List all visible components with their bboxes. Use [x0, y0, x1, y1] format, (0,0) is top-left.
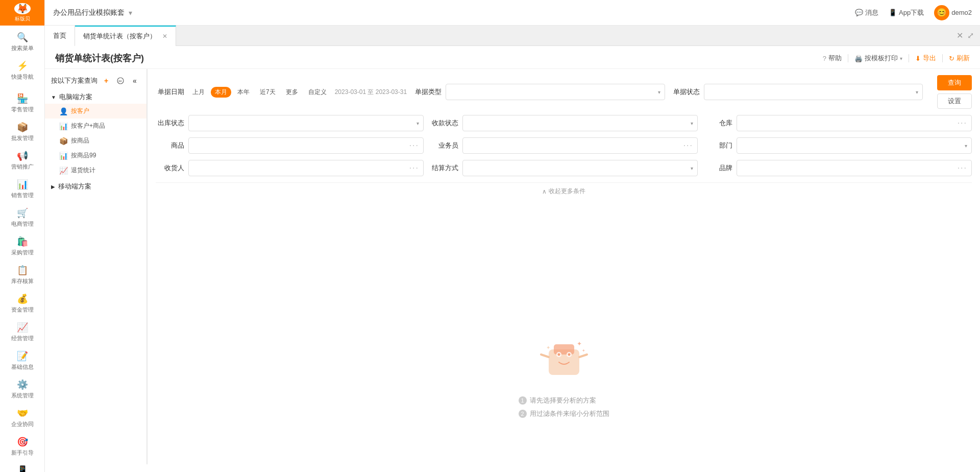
- customer-goods-icon: 📊: [59, 122, 68, 130]
- sidebar-item-label: 营销推广: [11, 163, 34, 171]
- app-download-button[interactable]: 📱 App下载: [889, 8, 924, 17]
- tip-1-text: 请先选择要分析的方案: [530, 396, 596, 405]
- sidebar-item-newbie[interactable]: 🎯 新手引导: [0, 432, 44, 461]
- doc-status-filter-item: 单据状态 ▾: [671, 84, 923, 100]
- help-label: 帮助: [828, 54, 842, 63]
- tab-close-icon[interactable]: ✕: [162, 33, 167, 40]
- scheme-collapse-button[interactable]: «: [129, 75, 140, 86]
- sidebar-item-operations[interactable]: 📈 经营管理: [0, 318, 44, 346]
- scheme-item-label: 退货统计: [71, 166, 95, 175]
- receiver-select[interactable]: ···: [188, 160, 424, 176]
- page-actions: ? 帮助 🖨️ 按模板打印 ▾ ⬇ 导出 ↻ 刷新: [823, 54, 970, 63]
- scheme-add-button[interactable]: +: [101, 75, 112, 86]
- date-btn-this-month[interactable]: 本月: [211, 87, 231, 98]
- date-btn-last-month[interactable]: 上月: [188, 87, 209, 98]
- sidebar-item-wholesale[interactable]: 📦 批发管理: [0, 117, 44, 146]
- receiver-label: 收货人: [156, 163, 184, 173]
- settlement-select[interactable]: ▾: [462, 160, 698, 176]
- maximize-window-icon[interactable]: ⤢: [967, 31, 974, 40]
- scheme-item-label: 按商品: [71, 136, 89, 145]
- scheme-edit-button[interactable]: ✏: [115, 75, 126, 86]
- sidebar-item-basics[interactable]: 📝 基础信息: [0, 346, 44, 375]
- system-icon: ⚙️: [17, 379, 28, 390]
- date-btn-more[interactable]: 更多: [282, 87, 302, 98]
- sidebar-item-label: 基础信息: [11, 363, 34, 371]
- payment-status-select[interactable]: ▾: [462, 115, 698, 131]
- goods-filter-item: 商品 ···: [156, 137, 424, 154]
- user-avatar: 😊: [934, 5, 949, 20]
- goods-select[interactable]: ···: [188, 137, 424, 154]
- sidebar-item-search[interactable]: 🔍 搜索菜单: [0, 28, 44, 56]
- doc-type-chevron-icon: ▾: [658, 89, 660, 95]
- scheme-item-by-customer[interactable]: 👤 按客户: [45, 104, 146, 119]
- sidebar-item-finance[interactable]: 💰 资金管理: [0, 289, 44, 318]
- export-button[interactable]: ⬇ 导出: [915, 54, 936, 63]
- help-button[interactable]: ? 帮助: [823, 54, 842, 63]
- sidebar-item-quick-nav[interactable]: ⚡ 快捷导航: [0, 56, 44, 85]
- doc-status-label: 单据状态: [671, 87, 700, 97]
- doc-type-label: 单据类型: [413, 87, 442, 97]
- scheme-group-desktop: ▼ 电脑端方案 👤 按客户 📊 按客户+商品 📦 按商品: [45, 90, 146, 178]
- sidebar-item-app-center[interactable]: 📱 应用中心: [0, 461, 44, 472]
- help-icon: ?: [823, 55, 826, 62]
- scheme-item-by-customer-goods[interactable]: 📊 按客户+商品: [45, 119, 146, 133]
- svg-text:✏: ✏: [118, 79, 122, 84]
- empty-tips: 1 请先选择要分析的方案 2 用过滤条件来缩小分析范围: [519, 396, 609, 418]
- settings-button[interactable]: 设置: [937, 93, 972, 109]
- scheme-group-header-mobile[interactable]: ▶ 移动端方案: [45, 180, 146, 193]
- logo-text: 标版贝: [15, 15, 30, 22]
- user-area[interactable]: 😊 demo2: [934, 5, 972, 20]
- tab-sales-stat[interactable]: 销货单统计表（按客户） ✕: [75, 26, 176, 46]
- sidebar-item-retail[interactable]: 🏪 零售管理: [0, 89, 44, 117]
- purchase-icon: 🛍️: [17, 236, 28, 247]
- inventory-icon: 📋: [17, 265, 28, 276]
- salesperson-dots-icon: ···: [683, 141, 693, 150]
- basics-icon: 📝: [17, 350, 28, 362]
- collapse-button[interactable]: ∧ 收起更多条件: [542, 187, 585, 196]
- export-label: 导出: [923, 54, 936, 63]
- scheme-header-label: 按以下方案查询: [51, 76, 97, 85]
- sidebar: 🦊 标版贝 🔍 搜索菜单 ⚡ 快捷导航 🏪 零售管理 📦 批发管理 📢 营销推广…: [0, 0, 45, 472]
- date-btn-custom[interactable]: 自定义: [304, 87, 331, 98]
- empty-tip-2: 2 用过滤条件来缩小分析范围: [519, 409, 609, 418]
- doc-status-select[interactable]: ▾: [704, 84, 923, 100]
- payment-status-filter-item: 收款状态 ▾: [430, 115, 698, 131]
- scheme-item-by-goods[interactable]: 📦 按商品: [45, 133, 146, 148]
- template-print-button[interactable]: 🖨️ 按模板打印 ▾: [854, 54, 902, 63]
- brand-select[interactable]: ···: [737, 160, 972, 176]
- date-btn-last-7[interactable]: 近7天: [256, 87, 280, 98]
- out-status-select[interactable]: ▾: [188, 115, 424, 131]
- sidebar-item-ecommerce[interactable]: 🛒 电商管理: [0, 203, 44, 232]
- username: demo2: [951, 9, 972, 16]
- tab-home[interactable]: 首页: [45, 26, 75, 46]
- doc-type-select[interactable]: ▾: [446, 84, 665, 100]
- header-left: 办公用品行业模拟账套 ▾: [53, 8, 132, 17]
- refresh-button[interactable]: ↻ 刷新: [949, 54, 970, 63]
- sidebar-item-sales[interactable]: 📊 销售管理: [0, 175, 44, 203]
- sidebar-item-label: 资金管理: [11, 306, 34, 314]
- close-window-icon[interactable]: ✕: [957, 31, 963, 40]
- tab-bar: 首页 销货单统计表（按客户） ✕ ✕ ⤢: [45, 26, 980, 46]
- template-print-label: 按模板打印: [865, 54, 898, 63]
- sidebar-item-enterprise[interactable]: 🤝 企业协同: [0, 404, 44, 432]
- goods-label: 商品: [156, 141, 184, 150]
- sidebar-item-inventory[interactable]: 📋 库存核算: [0, 261, 44, 289]
- salesperson-select[interactable]: ···: [462, 137, 698, 154]
- sidebar-item-label: 电商管理: [11, 220, 34, 228]
- scheme-header: 按以下方案查询 + ✏ «: [45, 73, 146, 90]
- tip-1-num: 1: [519, 396, 527, 405]
- sidebar-item-label: 销售管理: [11, 192, 34, 199]
- scheme-item-return-stat[interactable]: 📈 退货统计: [45, 163, 146, 178]
- sidebar-item-system[interactable]: ⚙️ 系统管理: [0, 375, 44, 404]
- sidebar-item-marketing[interactable]: 📢 营销推广: [0, 146, 44, 175]
- sidebar-item-purchase[interactable]: 🛍️ 采购管理: [0, 232, 44, 261]
- warehouse-select[interactable]: ···: [737, 115, 972, 131]
- scheme-item-by-goods-99[interactable]: 📊 按商品99: [45, 148, 146, 163]
- header-dropdown-icon[interactable]: ▾: [129, 9, 132, 17]
- scheme-item-label: 按客户: [71, 107, 89, 115]
- message-button[interactable]: 💬 消息: [855, 8, 878, 17]
- scheme-group-header-desktop[interactable]: ▼ 电脑端方案: [45, 90, 146, 104]
- query-button[interactable]: 查询: [937, 75, 972, 90]
- department-select[interactable]: ▾: [737, 137, 972, 154]
- date-btn-this-year[interactable]: 本年: [233, 87, 254, 98]
